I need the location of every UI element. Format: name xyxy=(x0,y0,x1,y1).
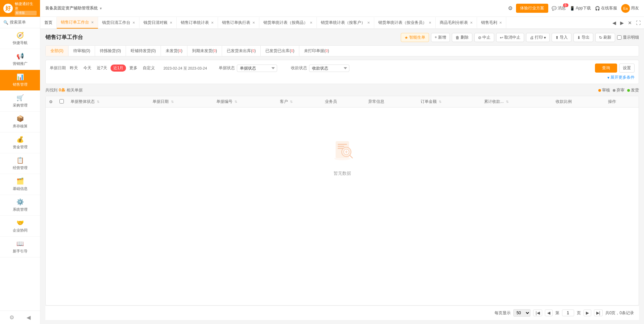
filter-tab-not-printed[interactable]: 未打印单据(0) xyxy=(299,46,334,56)
delete-button[interactable]: 🗑 删除 xyxy=(452,33,472,42)
filter-tab-pending-inspect[interactable]: 待拣验货(0) xyxy=(95,46,126,56)
import-button[interactable]: ⬆ 导入 xyxy=(552,33,571,42)
page-next-btn[interactable]: ▶ xyxy=(584,310,591,316)
col-check[interactable] xyxy=(56,96,67,108)
settings-filter-button[interactable]: 设置 xyxy=(619,64,635,73)
filter-tab-overdue[interactable]: 到期未发货(0) xyxy=(187,46,222,56)
cancel-suspend-button[interactable]: ↩ 取消中止 xyxy=(496,33,524,42)
sidebar-item-quick-nav[interactable]: 🧭 快捷导航 xyxy=(0,28,40,49)
date-btn-today[interactable]: 今天 xyxy=(81,65,93,72)
tab-sales-workbench[interactable]: 销售订单工作台 ✕ xyxy=(57,17,98,29)
payment-select[interactable]: 收款状态 xyxy=(309,65,349,72)
collapse-icon[interactable]: ◀ xyxy=(27,314,31,321)
tab-close-icon[interactable]: ✕ xyxy=(252,21,255,25)
date-btn-custom[interactable]: 自定义 xyxy=(141,65,157,72)
expand-more-btn[interactable]: ▾ 展开更多条件 xyxy=(607,75,635,80)
date-btn-more[interactable]: 更多 xyxy=(127,65,139,72)
user-action[interactable]: Ea 用友 xyxy=(621,4,639,13)
col-amount[interactable]: 订单金额 ⇅ xyxy=(417,96,481,108)
tab-gross-profit[interactable]: 商品毛利分析表 ✕ xyxy=(436,17,477,28)
select-all-checkbox[interactable] xyxy=(59,99,64,104)
tab-sales-summary-customer[interactable]: 销货单统计表（按客户） ✕ xyxy=(317,17,374,28)
page-last-btn[interactable]: ▶| xyxy=(594,310,603,316)
sidebar-item-enterprise[interactable]: 🤝 企业协同 xyxy=(0,216,40,237)
sidebar-item-guide[interactable]: 📖 新手引导 xyxy=(0,237,40,257)
filter-tab-pending-review[interactable]: 待审核(0) xyxy=(69,46,95,56)
sidebar-item-system[interactable]: ⚙️ 系统管理 xyxy=(0,195,40,216)
tab-sales-summary-product[interactable]: 销货单统计表（按商品） ✕ xyxy=(259,17,317,28)
page-input[interactable]: 1 xyxy=(562,310,574,316)
sidebar-item-sales[interactable]: 📊 销售管理 xyxy=(0,70,40,91)
status-select[interactable]: 单据状态 xyxy=(237,65,277,72)
tab-close-all-icon[interactable]: ✕ xyxy=(627,19,633,26)
filter-tab-shipped-not-out[interactable]: 已发货未出库(0) xyxy=(222,46,261,56)
col-collected[interactable]: 累计收款... ⇅ xyxy=(481,96,552,108)
col-customer[interactable]: 客户 ⇅ xyxy=(276,96,321,108)
topbar-settings-icon[interactable]: ⚙ xyxy=(508,5,513,11)
page-first-btn[interactable]: |◀ xyxy=(533,310,542,316)
tab-cash-daily[interactable]: 钱货日清工作台 ✕ xyxy=(98,17,139,28)
online-service-action[interactable]: 🎧 在线客服 xyxy=(595,5,617,11)
tab-close-icon[interactable]: ✕ xyxy=(91,21,94,24)
col-number[interactable]: 单据编号 ⇅ xyxy=(213,96,276,108)
col-abnormal[interactable]: 异常信息 xyxy=(365,96,417,108)
refresh-button[interactable]: ↻ 刷新 xyxy=(595,33,615,42)
tab-close-icon[interactable]: ✕ xyxy=(310,21,312,25)
date-btn-yesterday[interactable]: 昨天 xyxy=(68,65,80,72)
review-result-btn[interactable]: 审核 xyxy=(598,87,610,93)
tab-maximize-icon[interactable]: ⛶ xyxy=(635,19,642,26)
cancel-result-btn[interactable]: 弃审 xyxy=(613,87,625,93)
page-prev-btn[interactable]: ◀ xyxy=(545,310,553,316)
tab-next-icon[interactable]: ▶ xyxy=(619,19,625,26)
tab-home[interactable]: 首页 xyxy=(40,17,57,28)
col-settings[interactable]: ⚙ xyxy=(46,96,56,108)
filter-tab-shipped-out[interactable]: 已发货已出库(0) xyxy=(261,46,299,56)
export-button[interactable]: ⬇ 导出 xyxy=(573,33,593,42)
sidebar-item-operations[interactable]: 📋 经营管理 xyxy=(0,153,40,174)
new-button[interactable]: + 新增 xyxy=(431,33,450,42)
per-page-select[interactable]: 50 10 20 100 xyxy=(513,309,530,317)
system-icon: ⚙️ xyxy=(16,198,24,206)
date-btn-7days[interactable]: 近7天 xyxy=(95,65,109,72)
col-status[interactable]: 单据整体状态 ⇅ xyxy=(67,96,149,108)
print-button[interactable]: 🖨 打印 ▾ xyxy=(526,33,550,42)
col-staff[interactable]: 业务员 xyxy=(321,96,365,108)
tab-close-icon[interactable]: ✕ xyxy=(211,21,214,25)
tab-close-icon[interactable]: ✕ xyxy=(170,21,172,25)
settings-bottom-icon[interactable]: ⚙ xyxy=(9,314,14,321)
tab-close-icon[interactable]: ✕ xyxy=(132,21,135,25)
suspend-button[interactable]: ⊘ 中止 xyxy=(474,33,494,42)
filter-tab-not-shipped[interactable]: 未发货(0) xyxy=(161,46,187,56)
cancel-suspend-icon: ↩ xyxy=(500,35,503,40)
filter-tab-wangpu[interactable]: 旺铺待发货(0) xyxy=(126,46,161,56)
show-detail-checkbox[interactable]: 显示明细 xyxy=(617,35,639,40)
tab-sales-profit[interactable]: 销售毛利 ✕ xyxy=(477,17,506,28)
sidebar-search[interactable]: 🔍 搜索菜单 xyxy=(0,17,40,28)
col-date[interactable]: 单据日期 ⇅ xyxy=(149,96,213,108)
sidebar-item-finance[interactable]: 💰 资金管理 xyxy=(0,132,40,153)
tab-close-icon[interactable]: ✕ xyxy=(470,21,473,25)
sidebar-item-label: 经营管理 xyxy=(13,165,28,170)
sidebar-item-base-info[interactable]: 🗂️ 基础信息 xyxy=(0,174,40,195)
smart-btn[interactable]: ★ 智能生单 xyxy=(401,33,429,42)
solution-button[interactable]: 体验行业方案 xyxy=(516,4,548,13)
sidebar-item-purchase[interactable]: 🛒 采购管理 xyxy=(0,91,40,112)
tab-cash-reconcile[interactable]: 钱货日清对账 ✕ xyxy=(139,17,177,28)
sidebar-item-marketing[interactable]: 📢 营销推广 xyxy=(0,49,40,70)
tab-close-icon[interactable]: ✕ xyxy=(499,21,502,25)
filter-tab-all[interactable]: 全部(0) xyxy=(46,46,69,56)
tab-sales-summary-staff[interactable]: 销货单统计表（按业务员） ✕ xyxy=(374,17,436,28)
sidebar-item-inventory[interactable]: 📦 库存核算 xyxy=(0,112,40,132)
tab-sales-exec[interactable]: 销售订单执行表 ✕ xyxy=(218,17,259,28)
message-action[interactable]: 💬 消息 6 xyxy=(552,5,566,11)
tab-close-icon[interactable]: ✕ xyxy=(429,21,431,25)
tab-close-icon[interactable]: ✕ xyxy=(367,21,370,25)
tab-prev-icon[interactable]: ◀ xyxy=(611,19,617,26)
ship-result-btn[interactable]: 发货 xyxy=(627,87,639,93)
page-end-label: 页 xyxy=(577,310,581,316)
app-download-action[interactable]: 📱 App下载 xyxy=(570,5,591,11)
tab-sales-stats[interactable]: 销售订单统计表 ✕ xyxy=(177,17,218,28)
show-detail-input[interactable] xyxy=(617,35,621,40)
date-btn-1month[interactable]: 近1月 xyxy=(111,65,126,72)
query-button[interactable]: 查询 xyxy=(595,64,617,73)
